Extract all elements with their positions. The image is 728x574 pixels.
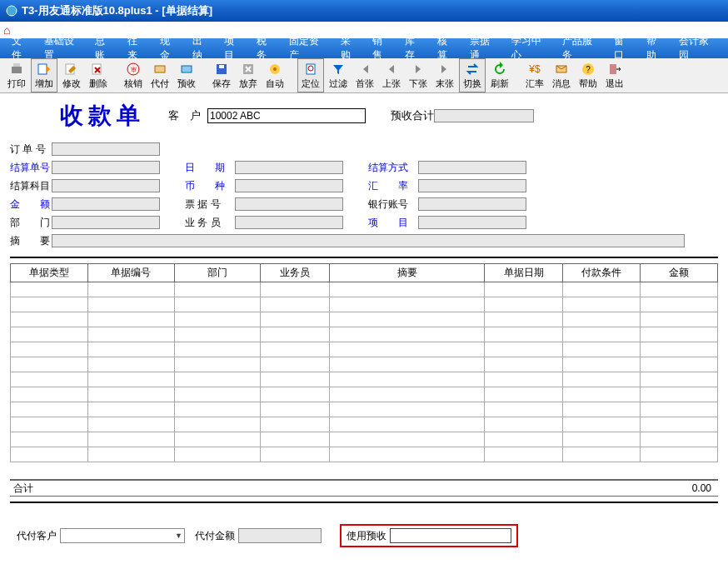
tb-filter[interactable]: 过滤 [326, 59, 351, 92]
lbl-bank-acct: 银行账号 [368, 197, 418, 212]
tb-last[interactable]: 末张 [432, 59, 457, 92]
lbl-rate: 汇 率 [368, 179, 418, 193]
table-row[interactable] [11, 372, 718, 387]
table-body[interactable] [11, 282, 718, 462]
lbl-proxy-amt: 代付金额 [195, 529, 235, 543]
customer-input[interactable] [207, 108, 366, 123]
prepay-total-label: 预收合计 [391, 108, 434, 123]
lbl-settle-subj: 结算科目 [10, 179, 52, 193]
lbl-proxy-cust: 代付客户 [17, 529, 57, 543]
tb-locate[interactable]: 定位 [297, 58, 324, 92]
tb-next[interactable]: 下张 [406, 59, 431, 92]
col-payterm[interactable]: 付款条件 [562, 264, 640, 282]
tb-verify[interactable]: 审核销 [121, 59, 146, 92]
inp-dept[interactable] [52, 216, 160, 229]
lbl-bill-no: 票 据 号 [185, 197, 235, 212]
titlebar: T3-用友通标准版10.8plus1 - [单据结算] [0, 0, 728, 22]
tb-add[interactable]: 增加 [31, 58, 57, 92]
tb-exit[interactable]: 退出 [602, 59, 627, 92]
table-row[interactable] [11, 417, 718, 432]
tb-switch[interactable]: 切换 [459, 58, 486, 92]
total-label: 合计 [10, 482, 43, 496]
inp-settle-no[interactable] [52, 161, 160, 174]
tb-prepay[interactable]: 预收 [174, 59, 199, 92]
highlight-box: 使用预收 [340, 524, 518, 547]
inp-use-prepay[interactable] [390, 528, 511, 543]
table-row[interactable] [11, 342, 718, 357]
sel-proxy-cust[interactable]: ▼ [60, 528, 185, 543]
content-area: 收款单 客 户 预收合计 订 单 号 结算单号 日 期 结算方式 结算科目 币 … [0, 93, 728, 550]
tb-msg[interactable]: 消息 [549, 59, 574, 92]
total-row: 合计 0.00 [10, 480, 718, 497]
col-abstract[interactable]: 摘要 [330, 264, 485, 282]
tb-auto[interactable]: 自动 [262, 59, 287, 92]
lbl-operator: 业 务 员 [185, 216, 235, 230]
tb-delete[interactable]: 删除 [86, 59, 111, 92]
inp-order-no[interactable] [52, 142, 160, 156]
inp-currency[interactable] [235, 179, 343, 192]
svg-rect-9 [182, 66, 192, 72]
tb-prev[interactable]: 上张 [379, 59, 404, 92]
inp-proxy-amt[interactable] [238, 528, 322, 543]
inp-bank-acct[interactable] [418, 197, 526, 211]
svg-rect-2 [13, 63, 20, 67]
menu-home[interactable]: 会计家园 [672, 32, 724, 64]
tb-help[interactable]: ?帮助 [576, 59, 601, 92]
svg-rect-1 [12, 67, 22, 73]
lbl-order-no: 订 单 号 [10, 142, 52, 157]
lbl-dept: 部 门 [10, 216, 52, 230]
col-date[interactable]: 单据日期 [485, 264, 562, 282]
lbl-amount: 金 额 [10, 197, 52, 212]
table-row[interactable] [11, 327, 718, 342]
lbl-currency: 币 种 [185, 179, 235, 193]
inp-date[interactable] [235, 161, 343, 174]
inp-project[interactable] [418, 216, 526, 229]
lbl-abstract: 摘 要 [10, 234, 52, 248]
table-row[interactable] [11, 387, 718, 402]
svg-point-14 [273, 67, 277, 71]
divider-2 [10, 502, 718, 503]
inp-bill-no[interactable] [235, 197, 343, 211]
table-row[interactable] [11, 402, 718, 417]
tb-save[interactable]: 保存 [209, 59, 234, 92]
table-row[interactable] [11, 297, 718, 312]
inp-rate[interactable] [418, 179, 526, 192]
tb-first[interactable]: 首张 [352, 59, 377, 92]
prepay-total-input[interactable] [434, 109, 534, 122]
menu-help[interactable]: 帮助 [640, 32, 672, 64]
tb-refresh[interactable]: 刷新 [487, 59, 512, 92]
inp-operator[interactable] [235, 216, 343, 229]
tb-discard[interactable]: 放弃 [236, 59, 261, 92]
toolbar: 打印 增加 修改 删除 审核销 代付 预收 保存 放弃 自动 定位 过滤 首张 … [0, 58, 728, 93]
table-row[interactable] [11, 357, 718, 372]
customer-label: 客 户 [168, 108, 201, 123]
data-table[interactable]: 单据类型 单据编号 部门 业务员 摘要 单据日期 付款条件 金额 [10, 263, 718, 462]
col-type[interactable]: 单据类型 [11, 264, 88, 282]
window-title: T3-用友通标准版10.8plus1 - [单据结算] [22, 3, 212, 18]
tb-print[interactable]: 打印 [4, 59, 29, 92]
table-row[interactable] [11, 447, 718, 462]
tb-rate[interactable]: ¥$汇率 [522, 59, 547, 92]
inp-settle-subj[interactable] [52, 179, 160, 192]
inp-abstract[interactable] [52, 234, 685, 247]
inp-settle-method[interactable] [418, 161, 526, 174]
app-icon [5, 4, 18, 17]
table-row[interactable] [11, 432, 718, 447]
lbl-use-prepay: 使用预收 [347, 529, 386, 543]
doc-header: 收款单 客 户 预收合计 [10, 100, 718, 132]
inp-amount[interactable] [52, 197, 160, 211]
tb-proxy[interactable]: 代付 [147, 59, 172, 92]
col-docno[interactable]: 单据编号 [88, 264, 175, 282]
table-row[interactable] [11, 312, 718, 327]
col-dept[interactable]: 部门 [174, 264, 261, 282]
col-amount[interactable]: 金额 [640, 264, 717, 282]
svg-text:¥$: ¥$ [528, 63, 541, 75]
tb-edit[interactable]: 修改 [59, 59, 84, 92]
col-operator[interactable]: 业务员 [261, 264, 330, 282]
lbl-settle-method: 结算方式 [368, 161, 418, 175]
footer-row: 代付客户 ▼ 代付金额 使用预收 [10, 525, 718, 547]
lbl-project: 项 目 [368, 216, 418, 230]
chevron-down-icon: ▼ [175, 532, 182, 540]
table-row[interactable] [11, 282, 718, 297]
svg-rect-11 [219, 65, 224, 68]
